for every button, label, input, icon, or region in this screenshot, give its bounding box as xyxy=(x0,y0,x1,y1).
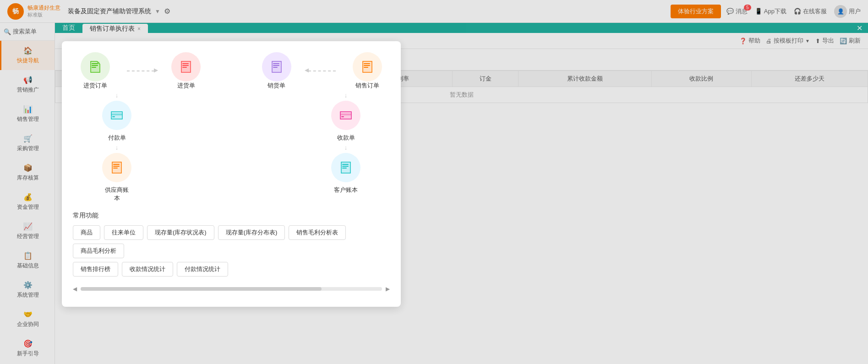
svg-rect-5 xyxy=(182,63,189,64)
sale-order-label: 销售订单 xyxy=(355,81,379,90)
svg-rect-3 xyxy=(92,67,96,68)
common-buttons: 商品 往来单位 现存量(库存状况表) 现存量(库存分布表) 销售毛利分析表 商品… xyxy=(73,225,390,258)
purchase-col: ↓ 付款单 ↓ 供应商账本 xyxy=(102,90,131,202)
purchase-order-label: 进货订单 xyxy=(83,81,107,90)
common-btn-partner[interactable]: 往来单位 xyxy=(104,225,143,240)
common-btn-sales-gross[interactable]: 销售毛利分析表 xyxy=(289,225,346,240)
svg-rect-11 xyxy=(273,67,278,68)
sale-label: 销货单 xyxy=(267,81,285,90)
scrollbar-thumb[interactable] xyxy=(81,287,322,291)
down-arrow-sale: ↓ xyxy=(344,92,348,99)
svg-rect-20 xyxy=(113,164,120,165)
svg-rect-17 xyxy=(111,114,122,115)
sale-order-circle xyxy=(353,52,382,81)
receipt-circle[interactable] xyxy=(331,101,360,130)
common-buttons-row2: 销售排行榜 收款情况统计 付款情况统计 xyxy=(73,262,390,277)
svg-rect-9 xyxy=(273,63,279,64)
flow-item-purchase[interactable]: 进货单 xyxy=(164,52,209,90)
supplier-ledger-label: 供应商账本 xyxy=(102,186,131,202)
payment-circle[interactable] xyxy=(102,101,131,130)
svg-rect-29 xyxy=(342,168,347,168)
svg-rect-22 xyxy=(113,168,118,168)
customer-ledger-label: 客户账本 xyxy=(334,186,358,194)
purchase-label: 进货单 xyxy=(177,81,195,90)
overlay[interactable]: 进货订单 ▶ 进货单 销货单 xyxy=(0,0,868,364)
arrow-sale-order-to-sale: ◀ xyxy=(299,66,344,76)
sale-circle xyxy=(262,52,291,81)
flow-item-sale-order[interactable]: 销售订单 xyxy=(344,52,390,90)
svg-rect-2 xyxy=(92,65,98,66)
common-btn-receipt-stat[interactable]: 收款情况统计 xyxy=(122,262,173,277)
common-title: 常用功能 xyxy=(73,212,390,220)
svg-rect-21 xyxy=(113,166,120,167)
svg-rect-10 xyxy=(273,65,279,66)
common-btn-product-gross[interactable]: 商品毛利分析 xyxy=(73,244,124,258)
svg-rect-18 xyxy=(112,116,115,117)
common-btn-sales-rank[interactable]: 销售排行榜 xyxy=(73,262,118,277)
svg-rect-25 xyxy=(341,116,344,117)
svg-rect-28 xyxy=(342,166,349,167)
down-arrow-payment: ↓ xyxy=(115,144,119,151)
purchase-circle xyxy=(171,52,201,81)
down-arrow-receipt: ↓ xyxy=(344,144,348,151)
arrow-purchase-order-to-purchase: ▶ xyxy=(118,66,164,76)
sale-col: ↓ 收款单 ↓ 客户账本 xyxy=(331,90,360,194)
common-btn-product[interactable]: 商品 xyxy=(73,225,100,240)
svg-rect-6 xyxy=(182,65,189,66)
flow-item-purchase-order[interactable]: 进货订单 xyxy=(73,52,118,90)
scroll-left-icon[interactable]: ◀ xyxy=(73,286,77,292)
common-btn-stock-status[interactable]: 现存量(库存状况表) xyxy=(147,225,214,240)
svg-rect-14 xyxy=(364,65,370,66)
common-btn-stock-distribution[interactable]: 现存量(库存分布表) xyxy=(218,225,285,240)
svg-rect-24 xyxy=(340,114,351,115)
receipt-label: 收款单 xyxy=(337,134,355,142)
common-btn-payment-stat[interactable]: 付款情况统计 xyxy=(177,262,228,277)
payment-label: 付款单 xyxy=(108,134,126,142)
svg-rect-15 xyxy=(364,67,368,68)
svg-rect-13 xyxy=(364,63,370,64)
customer-ledger-circle[interactable] xyxy=(331,153,360,182)
svg-rect-27 xyxy=(342,164,349,165)
scroll-right-icon[interactable]: ▶ xyxy=(386,286,390,292)
svg-rect-7 xyxy=(182,67,187,68)
supplier-ledger-circle[interactable] xyxy=(102,153,131,182)
scrollbar-track[interactable] xyxy=(81,287,382,291)
quick-nav-popup: 进货订单 ▶ 进货单 销货单 xyxy=(62,41,401,307)
common-section: 常用功能 商品 往来单位 现存量(库存状况表) 现存量(库存分布表) 销售毛利分… xyxy=(73,212,390,277)
scrollbar-area: ◀ ▶ xyxy=(73,282,390,296)
svg-rect-1 xyxy=(92,63,98,64)
flow-item-sale[interactable]: 销货单 xyxy=(254,52,299,90)
purchase-order-circle xyxy=(81,52,110,81)
down-arrow-purchase: ↓ xyxy=(115,92,119,99)
